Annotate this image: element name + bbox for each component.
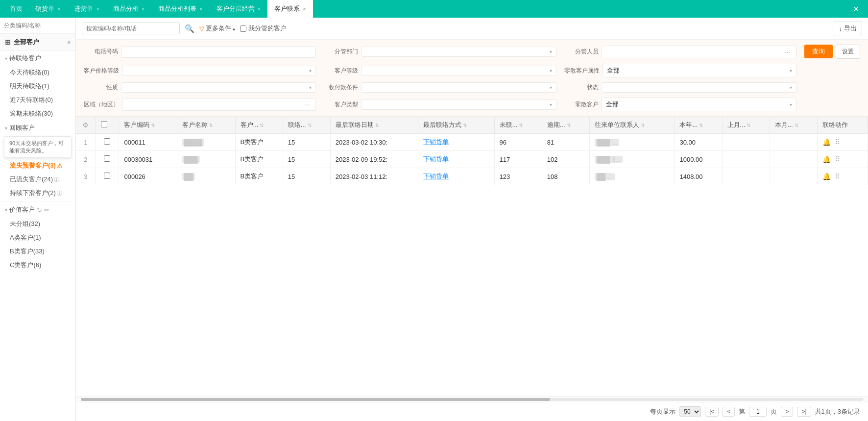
prev-page-btn[interactable]: < <box>723 407 735 417</box>
row-checkbox[interactable] <box>96 134 119 151</box>
gear-icon[interactable]: ⚙ <box>82 121 89 129</box>
page-size-select[interactable]: 50 <box>679 406 701 417</box>
search-input[interactable] <box>82 23 180 34</box>
th-unit-contact[interactable]: 往来单位联系人 ⇅ <box>589 117 675 134</box>
more-icon[interactable]: ··· <box>302 100 312 108</box>
th-this-month[interactable]: 本月... ⇅ <box>770 117 817 134</box>
manager-select[interactable]: ··· <box>602 46 796 58</box>
th-contacts[interactable]: 联络... ⇅ <box>283 117 330 134</box>
sidebar-item-churned[interactable]: 已流失客户(24) ⓘ <box>0 173 75 186</box>
sidebar-search-input[interactable] <box>4 22 76 29</box>
price-level-select[interactable]: ▾ <box>122 66 316 76</box>
area-select[interactable]: ··· <box>122 98 316 111</box>
nav-tab-customer-contact[interactable]: 客户联系 × <box>267 0 313 18</box>
sidebar-item-overdue-pending[interactable]: 逾期未联络(30) <box>0 107 75 121</box>
th-last-date[interactable]: 最后联络日期 ⇅ <box>330 117 418 134</box>
sort-icon: ⇅ <box>463 123 467 128</box>
th-overdue[interactable]: 逾期... ⇅ <box>542 117 589 134</box>
sidebar-group-value[interactable]: ▾ 价值客户 ↻ ✏ <box>0 202 75 217</box>
sidebar-item-ungrouped[interactable]: 未分组(32) <box>0 217 75 231</box>
scrollbar-thumb[interactable] <box>81 398 550 401</box>
more-actions-icon[interactable]: ⠿ <box>835 173 840 180</box>
th-last-month[interactable]: 上月... ⇅ <box>722 117 770 134</box>
status-select[interactable]: ▾ <box>602 82 796 93</box>
data-table-wrap: ⚙ 客户编码 ⇅ 客户名称 <box>76 117 868 396</box>
th-name[interactable]: 客户名称 ⇅ <box>177 117 236 134</box>
select-all-checkbox[interactable] <box>101 121 107 127</box>
query-button[interactable]: 查询 <box>804 45 833 58</box>
phone-input[interactable] <box>121 46 316 58</box>
settings-col-header[interactable]: ⚙ <box>76 117 96 134</box>
more-actions-icon[interactable]: ⠿ <box>835 138 840 146</box>
my-customers-checkbox[interactable]: 我分管的客户 <box>240 24 287 33</box>
sidebar-item-c-class[interactable]: C类客户(6) <box>0 258 75 272</box>
nav-tab-customer-tier[interactable]: 客户分层经营 × <box>210 0 267 18</box>
th-type[interactable]: 客户... ⇅ <box>235 117 283 134</box>
row-checkbox[interactable] <box>96 168 119 185</box>
close-all-btn[interactable]: ✕ <box>848 4 864 14</box>
th-last-method[interactable]: 最后联络方式 ⇅ <box>418 117 494 134</box>
export-button[interactable]: ↓ 导出 <box>834 22 863 35</box>
retail-customer-select[interactable]: 全部 ▾ <box>602 98 796 111</box>
first-page-btn[interactable]: |< <box>705 407 719 417</box>
last-page-btn[interactable]: >| <box>797 407 811 417</box>
contact-icon[interactable]: 🔔 <box>822 138 831 146</box>
row-select-checkbox[interactable] <box>104 138 110 145</box>
customer-level-select[interactable]: ▾ <box>361 66 556 76</box>
row-last-method[interactable]: 下销货单 <box>418 134 494 151</box>
retail-attr-select[interactable]: 全部 ▾ <box>603 64 796 77</box>
close-icon[interactable]: × <box>199 6 202 12</box>
nav-tab-analysis[interactable]: 商品分析 × <box>106 0 151 18</box>
more-icon[interactable]: ··· <box>782 48 792 56</box>
sidebar-item-b-class[interactable]: B类客户(33) <box>0 245 75 258</box>
settings-button[interactable]: 设置 <box>836 45 860 59</box>
close-icon[interactable]: × <box>96 6 99 12</box>
horizontal-scrollbar[interactable] <box>76 396 868 402</box>
row-last-method[interactable]: 下销货单 <box>418 151 494 168</box>
sidebar-item-churn-warning[interactable]: 流失预警客户(3) ⚠ <box>0 159 75 173</box>
th-code[interactable]: 客户编码 ⇅ <box>119 117 177 134</box>
close-icon[interactable]: × <box>258 6 261 12</box>
my-customers-check[interactable] <box>240 25 246 32</box>
search-button[interactable]: 🔍 <box>185 24 194 33</box>
main-layout: 🔍 ⊞ 全部客户 « ▾ 待联络客户 今天待联络(0) 明天待联络(1) 近7天… <box>0 18 868 421</box>
sidebar-item-a-class[interactable]: A类客户(1) <box>0 231 75 245</box>
sidebar-item-declining[interactable]: 持续下滑客户(2) ⓘ <box>0 186 75 200</box>
th-uncontacted[interactable]: 未联... ⇅ <box>494 117 542 134</box>
nav-home[interactable]: 首页 <box>4 0 28 18</box>
row-last-method[interactable]: 下销货单 <box>418 168 494 185</box>
contact-icon[interactable]: 🔔 <box>822 173 831 180</box>
sidebar-all-customers[interactable]: ⊞ 全部客户 « <box>0 34 75 51</box>
payment-select[interactable]: ▾ <box>361 82 556 93</box>
dept-select[interactable]: ▾ <box>361 47 556 57</box>
close-icon[interactable]: × <box>303 6 306 12</box>
nav-tab-sales[interactable]: 销货单 × <box>28 0 67 18</box>
sidebar-group-pending[interactable]: ▾ 待联络客户 <box>0 51 75 66</box>
sidebar-item-tomorrow-pending[interactable]: 明天待联络(1) <box>0 79 75 93</box>
sidebar-item-today-pending[interactable]: 今天待联络(0) <box>0 66 75 79</box>
close-icon[interactable]: × <box>57 6 60 12</box>
refresh-icon[interactable]: ↻ <box>37 206 42 214</box>
row-overdue: 81 <box>542 134 589 151</box>
sidebar-item-7days-pending[interactable]: 近7天待联络(0) <box>0 93 75 107</box>
more-conditions-btn[interactable]: ▽ 更多条件 ▴ <box>199 24 235 33</box>
info-icon[interactable]: ⓘ <box>54 176 59 183</box>
sidebar-search-bar[interactable]: 🔍 <box>0 18 75 34</box>
row-select-checkbox[interactable] <box>104 173 110 179</box>
edit-icon[interactable]: ✏ <box>44 206 49 214</box>
info-icon[interactable]: ⓘ <box>57 190 62 197</box>
nav-tab-purchase[interactable]: 进货单 × <box>67 0 106 18</box>
close-icon[interactable]: × <box>142 6 145 12</box>
row-checkbox[interactable] <box>96 151 119 168</box>
customer-type-select[interactable]: ▾ <box>361 99 556 110</box>
gender-select[interactable]: ▾ <box>121 82 316 93</box>
contact-icon[interactable]: 🔔 <box>822 155 831 163</box>
nav-tab-analysis-list[interactable]: 商品分析列表 × <box>151 0 209 18</box>
sidebar-group-review[interactable]: ▾ 回顾客户 <box>0 121 75 135</box>
th-checkbox[interactable] <box>96 117 119 134</box>
next-page-btn[interactable]: > <box>781 407 793 417</box>
more-actions-icon[interactable]: ⠿ <box>835 155 840 163</box>
th-year-amount[interactable]: 本年... ⇅ <box>675 117 722 134</box>
page-number-input[interactable] <box>749 407 767 417</box>
row-select-checkbox[interactable] <box>104 155 110 162</box>
